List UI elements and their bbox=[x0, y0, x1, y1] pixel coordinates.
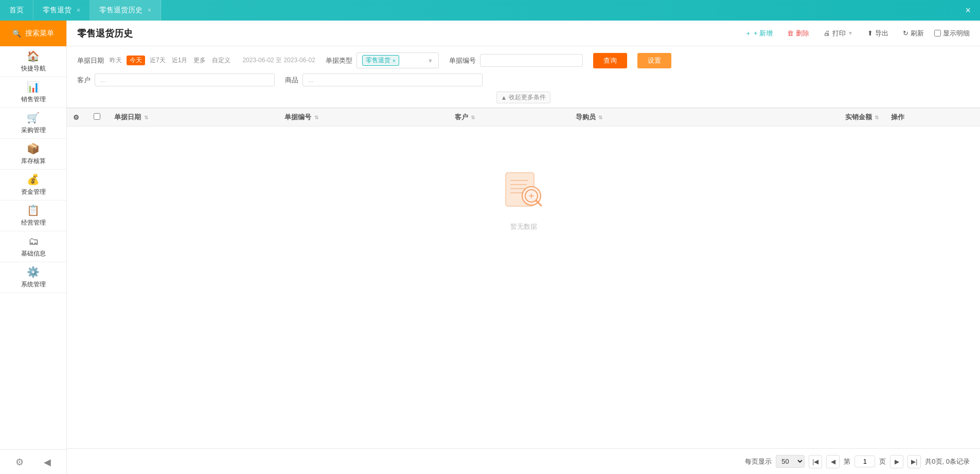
tab-retail-return-history[interactable]: 零售退货历史 × bbox=[90, 0, 161, 21]
shortcut-yesterday[interactable]: 昨天 bbox=[108, 56, 123, 65]
sidebar-bottom: ⚙ ◀ bbox=[0, 449, 66, 474]
show-detail-checkbox[interactable] bbox=[934, 30, 941, 37]
customer-select[interactable]: ... bbox=[95, 74, 275, 86]
first-page-button[interactable]: |◀ bbox=[809, 455, 822, 468]
window-close-button[interactable]: × bbox=[956, 5, 980, 16]
last-page-button[interactable]: ▶| bbox=[907, 455, 921, 468]
show-detail-toggle[interactable]: 显示明细 bbox=[934, 29, 970, 38]
table-header-row: ⚙ 单据日期 ⇅ 单据编号 ⇅ bbox=[67, 108, 980, 126]
collapse-icon: ▲ bbox=[501, 94, 507, 101]
sort-amount-icon[interactable]: ⇅ bbox=[875, 115, 879, 120]
per-page-select[interactable]: 50 10 20 100 bbox=[776, 455, 805, 468]
empty-icon bbox=[498, 168, 549, 214]
collapse-sidebar-icon[interactable]: ◀ bbox=[44, 457, 51, 468]
sidebar-item-sales[interactable]: 📊 销售管理 bbox=[0, 77, 66, 108]
voucher-type-tag-text: 零售退货 bbox=[366, 56, 390, 65]
settings-bottom-icon[interactable]: ⚙ bbox=[15, 457, 24, 468]
empty-text: 暂无数据 bbox=[510, 222, 537, 231]
total-info: 共0页, 0条记录 bbox=[925, 457, 970, 466]
refresh-icon: ↻ bbox=[903, 29, 908, 37]
shortcut-custom[interactable]: 自定义 bbox=[210, 56, 232, 65]
refresh-button[interactable]: ↻ 刷新 bbox=[899, 27, 928, 40]
voucher-type-select[interactable]: 零售退货 × ▼ bbox=[357, 52, 439, 68]
filter-actions-row: ▲ 收起更多条件 bbox=[77, 92, 970, 103]
voucher-type-arrow-icon: ▼ bbox=[427, 58, 433, 64]
sidebar-item-quick-nav-label: 快捷导航 bbox=[21, 64, 46, 73]
sidebar-item-inventory[interactable]: 📦 库存核算 bbox=[0, 139, 66, 170]
tab-home[interactable]: 首页 bbox=[0, 0, 33, 21]
sort-customer-icon[interactable]: ⇅ bbox=[471, 115, 475, 120]
table-settings-icon[interactable]: ⚙ bbox=[73, 114, 79, 121]
page-number-input[interactable]: 1 bbox=[854, 455, 875, 467]
print-button[interactable]: 🖨 打印 ▼ bbox=[819, 27, 857, 40]
main-layout: 🔍 搜索菜单 🏠 快捷导航 📊 销售管理 🛒 采购管理 📦 库存核算 💰 bbox=[0, 21, 980, 474]
query-button[interactable]: 查询 bbox=[593, 53, 627, 68]
search-icon: 🔍 bbox=[12, 29, 21, 38]
tab-retail-return-label: 零售退货 bbox=[43, 6, 72, 15]
sidebar-item-operation[interactable]: 📋 经营管理 bbox=[0, 200, 66, 231]
print-label: 打印 bbox=[832, 29, 846, 38]
sidebar-menu: 🏠 快捷导航 📊 销售管理 🛒 采购管理 📦 库存核算 💰 资金管理 📋 bbox=[0, 46, 66, 449]
delete-button[interactable]: 🗑 删除 bbox=[783, 27, 813, 40]
collapse-button[interactable]: ▲ 收起更多条件 bbox=[496, 92, 551, 103]
th-guide-label: 导购员 bbox=[576, 113, 596, 121]
prev-page-button[interactable]: ◀ bbox=[826, 455, 840, 468]
settings-button[interactable]: 设置 bbox=[637, 53, 671, 68]
sort-guide-icon[interactable]: ⇅ bbox=[598, 115, 602, 120]
refresh-label: 刷新 bbox=[911, 29, 924, 38]
voucher-type-tag-close[interactable]: × bbox=[393, 58, 396, 64]
shortcut-today[interactable]: 今天 bbox=[127, 56, 145, 65]
filter-goods-item: 商品 ... bbox=[285, 74, 483, 86]
sidebar-item-basic-info[interactable]: 🗂 基础信息 bbox=[0, 231, 66, 262]
page-actions: ＋ + 新增 🗑 删除 🖨 打印 ▼ ⬆ 导出 ↻ bbox=[741, 27, 970, 40]
sort-no-icon[interactable]: ⇅ bbox=[314, 115, 318, 120]
tab-retail-return-close[interactable]: × bbox=[77, 7, 80, 14]
print-icon: 🖨 bbox=[824, 29, 830, 37]
date-range-display: 2023-06-02 至 2023-06-02 bbox=[242, 56, 315, 65]
th-date-label: 单据日期 bbox=[114, 113, 141, 121]
sidebar-item-purchase[interactable]: 🛒 采购管理 bbox=[0, 108, 66, 139]
new-label: + 新增 bbox=[754, 29, 773, 38]
delete-icon: 🗑 bbox=[787, 29, 794, 37]
sidebar-item-finance[interactable]: 💰 资金管理 bbox=[0, 170, 66, 200]
sidebar-item-quick-nav[interactable]: 🏠 快捷导航 bbox=[0, 46, 66, 77]
th-date[interactable]: 单据日期 ⇅ bbox=[108, 108, 278, 126]
operation-icon: 📋 bbox=[27, 204, 40, 216]
filter-voucher-no-item: 单据编号 bbox=[449, 54, 583, 67]
th-customer[interactable]: 客户 ⇅ bbox=[449, 108, 569, 126]
page-header: 零售退货历史 ＋ + 新增 🗑 删除 🖨 打印 ▼ ⬆ 导出 bbox=[67, 21, 980, 46]
filter-goods-label: 商品 bbox=[285, 76, 298, 85]
th-checkbox[interactable] bbox=[87, 108, 108, 126]
new-button[interactable]: ＋ + 新增 bbox=[741, 27, 777, 40]
voucher-no-input[interactable] bbox=[480, 54, 583, 67]
shortcut-more[interactable]: 更多 bbox=[192, 56, 207, 65]
date-shortcuts: 昨天 今天 近7天 近1月 更多 自定义 bbox=[108, 56, 232, 65]
export-icon: ⬆ bbox=[867, 29, 873, 37]
goods-select[interactable]: ... bbox=[302, 74, 483, 86]
pagination-bar: 每页显示 50 10 20 100 |◀ ◀ 第 1 页 ▶ ▶| 共0页, 0… bbox=[67, 448, 980, 474]
sidebar-search[interactable]: 🔍 搜索菜单 bbox=[0, 21, 66, 46]
next-page-button[interactable]: ▶ bbox=[890, 455, 903, 468]
sales-icon: 📊 bbox=[27, 81, 40, 93]
th-settings[interactable]: ⚙ bbox=[67, 108, 87, 126]
finance-icon: 💰 bbox=[27, 173, 40, 186]
export-button[interactable]: ⬆ 导出 bbox=[863, 27, 893, 40]
filter-customer-item: 客户 ... bbox=[77, 74, 275, 86]
th-no[interactable]: 单据编号 ⇅ bbox=[278, 108, 449, 126]
filter-voucher-type-item: 单据类型 零售退货 × ▼ bbox=[326, 52, 439, 68]
shortcut-7days[interactable]: 近7天 bbox=[148, 56, 167, 65]
tab-retail-return-history-close[interactable]: × bbox=[148, 7, 151, 14]
page-prefix-label: 第 bbox=[844, 457, 850, 466]
th-amount[interactable]: 实销金额 ⇅ bbox=[715, 108, 885, 126]
table-area: ⚙ 单据日期 ⇅ 单据编号 ⇅ bbox=[67, 108, 980, 448]
tab-retail-return[interactable]: 零售退货 × bbox=[33, 0, 90, 21]
select-all-checkbox[interactable] bbox=[94, 113, 100, 120]
export-label: 导出 bbox=[875, 29, 888, 38]
sidebar-item-system[interactable]: ⚙️ 系统管理 bbox=[0, 262, 66, 293]
purchase-icon: 🛒 bbox=[27, 112, 40, 124]
th-guide[interactable]: 导购员 ⇅ bbox=[569, 108, 715, 126]
filter-voucher-no-label: 单据编号 bbox=[449, 56, 476, 65]
shortcut-1month[interactable]: 近1月 bbox=[170, 56, 189, 65]
sort-date-icon[interactable]: ⇅ bbox=[144, 115, 148, 120]
page-unit-label: 页 bbox=[879, 457, 886, 466]
